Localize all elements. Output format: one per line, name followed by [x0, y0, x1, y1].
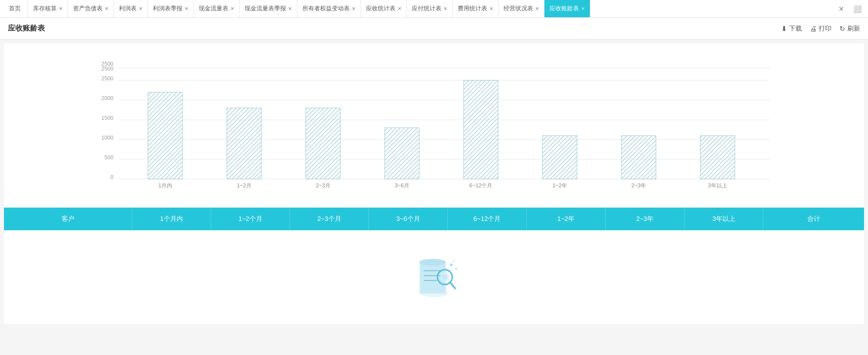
- bar-1-month: [148, 92, 182, 179]
- tab-operation[interactable]: 经营状况表 ✕: [499, 0, 544, 18]
- tab-balance[interactable]: 资产负债表 ✕: [68, 0, 114, 18]
- col-total: 合计: [763, 208, 864, 230]
- download-icon: ⬇: [781, 25, 787, 33]
- table-header: 客户 1个月内 1~2个月 2~3个月 3~6个月 6~12个月 1~2年 2~…: [4, 208, 864, 230]
- tab-cashflow-close[interactable]: ✕: [230, 6, 234, 11]
- col-1-2year: 1~2年: [527, 208, 606, 230]
- col-2-3year: 2~3年: [606, 208, 685, 230]
- tab-expense-stat[interactable]: 费用统计表 ✕: [453, 0, 499, 18]
- svg-text:500: 500: [105, 154, 113, 160]
- tab-home[interactable]: 首页: [2, 0, 28, 18]
- tab-receivable-stat-label: 应收统计表: [366, 4, 396, 13]
- tab-expense-stat-close[interactable]: ✕: [489, 6, 493, 11]
- col-customer: 客户: [4, 208, 132, 230]
- refresh-label: 刷新: [847, 24, 860, 33]
- svg-text:1500: 1500: [102, 115, 113, 121]
- svg-text:3~6月: 3~6月: [395, 182, 409, 188]
- tab-equity-close[interactable]: ✕: [352, 6, 356, 11]
- main-content: 0 500 1000 1500 2000 2500 2500 2500: [4, 43, 864, 324]
- tab-operation-close[interactable]: ✕: [535, 6, 539, 11]
- window-maximize-button[interactable]: ⬜: [850, 2, 864, 16]
- tab-cashflow[interactable]: 现金流量表 ✕: [194, 0, 240, 18]
- tab-operation-label: 经营状况表: [504, 4, 533, 13]
- svg-text:2500: 2500: [102, 61, 113, 67]
- svg-text:2500: 2500: [102, 75, 113, 81]
- download-label: 下载: [789, 24, 802, 33]
- download-button[interactable]: ⬇ 下载: [781, 24, 802, 33]
- bar-chart: 0 500 1000 1500 2000 2500 2500 2500: [19, 58, 849, 196]
- col-1-2month: 1~2个月: [211, 208, 290, 230]
- svg-point-36: [455, 268, 457, 270]
- window-close-button[interactable]: ✕: [834, 2, 848, 16]
- svg-text:3年以上: 3年以上: [708, 182, 727, 188]
- tab-receivable-stat-close[interactable]: ✕: [398, 6, 401, 11]
- svg-text:1~2年: 1~2年: [552, 182, 567, 188]
- refresh-button[interactable]: ↻ 刷新: [839, 24, 860, 33]
- print-button[interactable]: 🖨 打印: [810, 24, 832, 33]
- tab-profit-label: 利润表: [119, 4, 137, 13]
- tab-equity[interactable]: 所有者权益变动表 ✕: [297, 0, 361, 18]
- col-3-6month: 3~6个月: [369, 208, 448, 230]
- svg-point-27: [419, 259, 446, 266]
- bar-3-6-month: [385, 128, 419, 179]
- tab-ar-aging-close[interactable]: ✕: [581, 6, 585, 11]
- col-2-3month: 2~3个月: [290, 208, 369, 230]
- tab-payable-stat-close[interactable]: ✕: [443, 6, 447, 11]
- bar-6-12-month: [464, 80, 498, 179]
- tab-balance-close[interactable]: ✕: [105, 6, 108, 11]
- tab-profit-quarterly-label: 利润表季报: [153, 4, 182, 13]
- tab-inventory-label: 库存核算: [33, 4, 57, 13]
- bar-1-2-month: [227, 108, 261, 179]
- tab-ar-aging-label: 应收账龄表: [549, 4, 579, 13]
- empty-icon: [409, 250, 459, 294]
- chart-area: 0 500 1000 1500 2000 2500 2500 2500: [4, 43, 864, 208]
- tab-inventory[interactable]: 库存核算 ✕: [28, 0, 68, 18]
- bar-2-3-year: [621, 136, 656, 179]
- svg-text:1000: 1000: [102, 135, 113, 141]
- svg-text:1~2月: 1~2月: [237, 182, 252, 188]
- col-6-12month: 6~12个月: [448, 208, 527, 230]
- tab-cashflow-quarterly-label: 现金流量表季报: [245, 4, 286, 13]
- tab-cashflow-label: 现金流量表: [199, 4, 228, 13]
- svg-point-34: [442, 274, 448, 280]
- svg-line-33: [450, 283, 455, 288]
- tab-expense-stat-label: 费用统计表: [458, 4, 487, 13]
- svg-text:6~12个月: 6~12个月: [470, 182, 493, 188]
- page-title: 应收账龄表: [8, 24, 45, 33]
- col-1month: 1个月内: [132, 208, 211, 230]
- svg-point-35: [450, 264, 453, 266]
- tab-payable-stat[interactable]: 应付统计表 ✕: [407, 0, 453, 18]
- svg-text:1月内: 1月内: [158, 182, 172, 188]
- chart-svg-container: 0 500 1000 1500 2000 2500 2500 2500: [19, 53, 849, 203]
- bar-1-2-year: [542, 136, 577, 179]
- tab-cashflow-quarterly[interactable]: 现金流量表季报 ✕: [240, 0, 297, 18]
- tab-cashflow-quarterly-close[interactable]: ✕: [288, 6, 292, 11]
- tab-payable-stat-label: 应付统计表: [412, 4, 441, 13]
- tab-equity-label: 所有者权益变动表: [302, 4, 350, 13]
- print-icon: 🖨: [810, 25, 817, 33]
- tab-bar-right: ✕ ⬜: [834, 2, 866, 16]
- tab-inventory-close[interactable]: ✕: [59, 6, 63, 11]
- tab-bar: 首页 库存核算 ✕ 资产负债表 ✕ 利润表 ✕ 利润表季报 ✕ 现金流量表 ✕ …: [0, 0, 868, 18]
- tab-receivable-stat[interactable]: 应收统计表 ✕: [361, 0, 407, 18]
- page-header: 应收账龄表 ⬇ 下载 🖨 打印 ↻ 刷新: [0, 18, 868, 39]
- svg-text:2~3月: 2~3月: [316, 182, 330, 188]
- tab-profit[interactable]: 利润表 ✕: [114, 0, 148, 18]
- refresh-icon: ↻: [839, 25, 845, 33]
- print-label: 打印: [819, 24, 832, 33]
- svg-text:2000: 2000: [102, 95, 113, 101]
- bar-2-3-month: [306, 108, 340, 179]
- tab-profit-close[interactable]: ✕: [139, 6, 143, 11]
- tab-ar-aging[interactable]: 应收账龄表 ✕: [544, 0, 590, 18]
- empty-state: [4, 230, 864, 324]
- header-actions: ⬇ 下载 🖨 打印 ↻ 刷新: [781, 24, 860, 33]
- bar-3-plus-year: [700, 136, 735, 179]
- tab-profit-quarterly-close[interactable]: ✕: [184, 6, 188, 11]
- svg-text:0: 0: [110, 174, 113, 180]
- svg-text:2~3年: 2~3年: [631, 182, 646, 188]
- col-3-plus-year: 3年以上: [685, 208, 763, 230]
- tab-profit-quarterly[interactable]: 利润表季报 ✕: [148, 0, 194, 18]
- tab-balance-label: 资产负债表: [73, 4, 103, 13]
- svg-point-37: [453, 260, 455, 262]
